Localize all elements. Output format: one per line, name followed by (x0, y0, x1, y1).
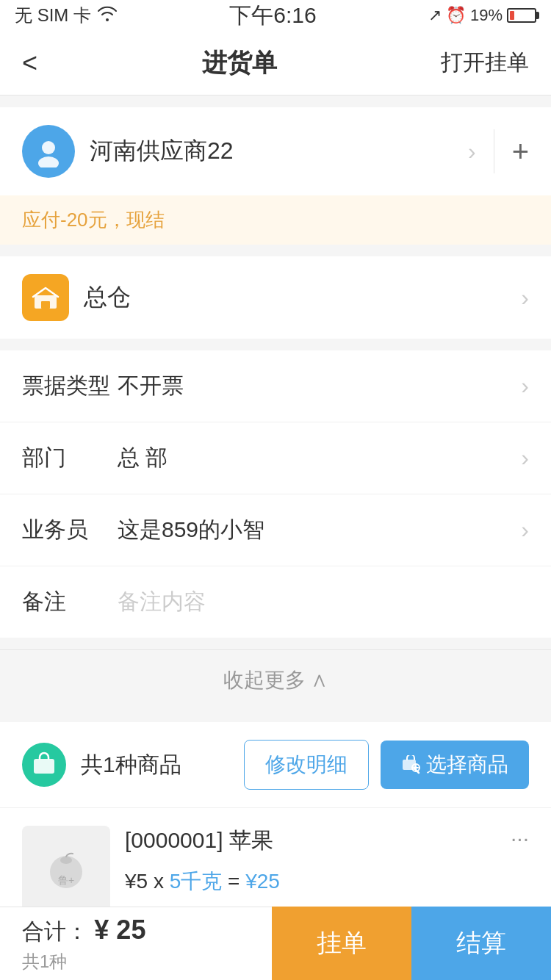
remark-label: 备注 (22, 587, 118, 617)
wifi-icon (97, 5, 118, 26)
total-label: 合计： (22, 919, 88, 943)
select-product-label: 选择商品 (426, 751, 508, 779)
staff-row[interactable]: 业务员 这是859的小智 › (0, 494, 551, 566)
remark-placeholder: 备注内容 (118, 587, 529, 617)
edit-detail-button[interactable]: 修改明细 (244, 740, 369, 790)
supplier-divider (494, 129, 494, 173)
page-title: 进货单 (202, 46, 277, 80)
svg-text:鲁+: 鲁+ (58, 874, 74, 886)
location-icon: ↗ (428, 6, 442, 25)
collapse-button[interactable]: 收起更多 ∧ (0, 649, 551, 710)
staff-value: 这是859的小智 (118, 515, 521, 545)
supplier-name: 河南供应商22 (90, 135, 468, 167)
svg-rect-4 (34, 759, 54, 774)
select-product-button[interactable]: 选择商品 (381, 741, 529, 789)
alarm-icon: ⏰ (446, 6, 466, 25)
warehouse-name: 总仓 (84, 281, 521, 314)
svg-point-11 (60, 857, 72, 864)
status-right: ↗ ⏰ 19% (428, 6, 536, 25)
products-section: 共1种商品 修改明细 选择商品 鲁+ [000000 (0, 722, 551, 932)
invoice-chevron-icon: › (521, 372, 529, 400)
product-qty: 5千克 (170, 870, 223, 893)
supplier-chevron-icon: › (468, 138, 476, 165)
battery-icon (507, 8, 536, 23)
total-amount: ¥ 25 (94, 915, 145, 945)
invoice-row[interactable]: 票据类型 不开票 › (0, 350, 551, 422)
warehouse-row[interactable]: 总仓 › (0, 256, 551, 339)
product-name: [0000001] 苹果 (125, 826, 511, 856)
supplier-notice: 应付-20元，现结 (0, 195, 551, 245)
svg-point-0 (42, 141, 55, 154)
status-left: 无 SIM 卡 (15, 4, 118, 27)
product-more-button[interactable]: ··· (511, 826, 529, 851)
svg-point-1 (38, 156, 59, 167)
status-bar: 无 SIM 卡 下午6:16 ↗ ⏰ 19% (0, 0, 551, 31)
products-count: 共1种商品 (81, 750, 244, 780)
supplier-add-button[interactable]: + (512, 135, 529, 168)
supplier-avatar (22, 125, 75, 178)
open-hang-button[interactable]: 打开挂单 (441, 48, 529, 78)
product-thumbnail: 鲁+ (22, 826, 110, 914)
product-price: ¥5 x 5千克 = ¥25 (125, 868, 511, 896)
svg-rect-3 (41, 301, 50, 309)
product-info: [0000001] 苹果 ¥5 x 5千克 = ¥25 (125, 826, 511, 896)
warehouse-chevron-icon: › (521, 284, 529, 311)
products-icon (22, 743, 66, 787)
dept-value: 总 部 (118, 443, 521, 473)
product-total: ¥25 (245, 870, 280, 893)
dept-chevron-icon: › (521, 444, 529, 472)
warehouse-icon (22, 274, 69, 321)
nav-bar: < 进货单 打开挂单 (0, 31, 551, 96)
back-button[interactable]: < (22, 48, 37, 79)
staff-chevron-icon: › (521, 516, 529, 544)
warehouse-section: 总仓 › (0, 256, 551, 339)
checkout-button[interactable]: 结算 (411, 907, 551, 980)
supplier-section: 河南供应商22 › + 应付-20元，现结 (0, 107, 551, 245)
supplier-row[interactable]: 河南供应商22 › + (0, 107, 551, 195)
status-time: 下午6:16 (229, 1, 316, 31)
remark-row[interactable]: 备注 备注内容 (0, 566, 551, 638)
carrier-label: 无 SIM 卡 (15, 4, 91, 27)
total-main: 合计： ¥ 25 (22, 915, 250, 947)
bottom-bar: 合计： ¥ 25 共1种 挂单 结算 (0, 907, 551, 980)
staff-label: 业务员 (22, 515, 118, 545)
total-area: 合计： ¥ 25 共1种 (0, 907, 272, 980)
battery-percent: 19% (470, 6, 503, 25)
invoice-label: 票据类型 (22, 371, 118, 401)
products-header: 共1种商品 修改明细 选择商品 (0, 722, 551, 808)
form-section: 票据类型 不开票 › 部门 总 部 › 业务员 这是859的小智 › 备注 备注… (0, 350, 551, 638)
hang-button[interactable]: 挂单 (272, 907, 411, 980)
invoice-value: 不开票 (118, 371, 521, 401)
dept-label: 部门 (22, 443, 118, 473)
total-sub: 共1种 (22, 950, 250, 973)
dept-row[interactable]: 部门 总 部 › (0, 422, 551, 494)
